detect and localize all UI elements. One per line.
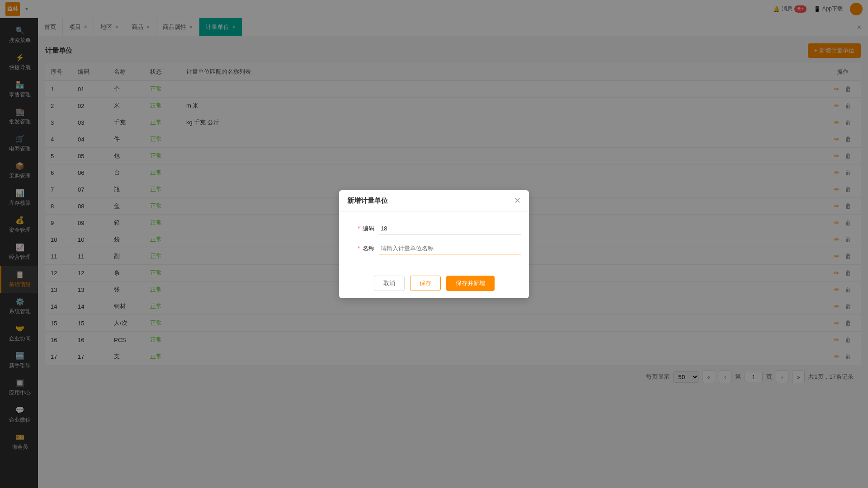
save-button[interactable]: 保存 xyxy=(410,276,441,291)
code-input[interactable] xyxy=(379,223,521,235)
form-row-code: * 编码 xyxy=(347,223,521,235)
name-required-mark: * xyxy=(358,245,360,252)
name-input[interactable] xyxy=(379,243,521,254)
form-row-name: * 名称 xyxy=(347,243,521,254)
modal-body: * 编码 * 名称 xyxy=(339,212,529,270)
modal-header: 新增计量单位 ✕ xyxy=(339,190,529,212)
add-unit-modal: 新增计量单位 ✕ * 编码 * 名称 取消 保存 保存并新增 xyxy=(339,190,529,298)
cancel-button[interactable]: 取消 xyxy=(374,276,405,291)
modal-close-button[interactable]: ✕ xyxy=(514,197,521,205)
code-required-mark: * xyxy=(358,225,360,232)
modal-footer: 取消 保存 保存并新增 xyxy=(339,270,529,298)
modal-overlay[interactable]: 新增计量单位 ✕ * 编码 * 名称 取消 保存 保存并新增 xyxy=(0,0,868,488)
name-label-text: 名称 xyxy=(363,245,374,252)
code-label-text: 编码 xyxy=(363,225,374,232)
form-label-name: * 名称 xyxy=(347,244,374,253)
form-label-code: * 编码 xyxy=(347,225,374,233)
save-and-new-button[interactable]: 保存并新增 xyxy=(446,276,495,291)
modal-title: 新增计量单位 xyxy=(347,197,388,205)
